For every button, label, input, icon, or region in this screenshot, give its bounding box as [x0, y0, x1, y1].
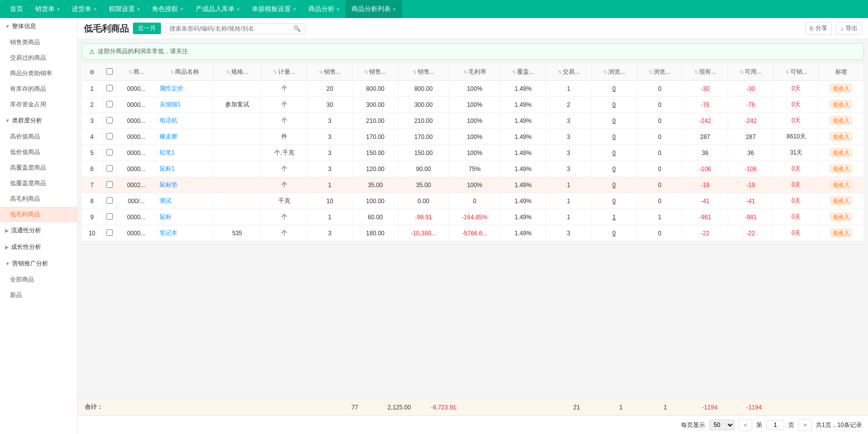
nav-close-icon[interactable]: × [336, 6, 339, 12]
row-views1[interactable]: 1 [591, 209, 637, 225]
row-checkbox[interactable] [102, 97, 116, 113]
row-checkbox[interactable] [102, 177, 116, 193]
row-name[interactable]: 电话机 [156, 113, 213, 129]
select-all-checkbox[interactable] [106, 68, 113, 75]
sidebar-item-有库存的商品[interactable]: 有库存的商品 [0, 81, 77, 97]
nav-close-icon[interactable]: × [393, 6, 396, 12]
row-tag[interactable]: 低收入 [819, 81, 863, 97]
col-tag[interactable]: 标签 [819, 64, 863, 81]
col-spec[interactable]: ⇅规格... [213, 64, 261, 81]
nav-item-商品分析[interactable]: 商品分析× [302, 0, 345, 18]
col-current-stock[interactable]: ⇅现有... [682, 64, 728, 81]
row-tag[interactable]: 低收入 [819, 113, 863, 129]
row-select-checkbox[interactable] [106, 197, 113, 204]
sidebar-section-成长性分析[interactable]: ▶成长性分析 [0, 239, 77, 255]
row-name[interactable]: 橡皮擦 [156, 129, 213, 145]
page-input[interactable] [766, 420, 784, 430]
nav-item-进货单[interactable]: 进货单× [66, 0, 102, 18]
row-tag[interactable]: 低收入 [819, 209, 863, 225]
row-select-checkbox[interactable] [106, 133, 113, 139]
sidebar-section-类群度分析[interactable]: ▼类群度分析 [0, 112, 77, 129]
search-input[interactable] [169, 25, 293, 32]
col-trade[interactable]: ⇅交易... [546, 64, 592, 81]
nav-close-icon[interactable]: × [180, 6, 183, 12]
row-checkbox[interactable] [102, 81, 116, 97]
sidebar-item-低覆盖度商品[interactable]: 低覆盖度商品 [0, 176, 77, 191]
row-select-checkbox[interactable] [106, 85, 113, 91]
sidebar-item-高价值商品[interactable]: 高价值商品 [0, 129, 77, 144]
nav-close-icon[interactable]: × [93, 6, 96, 12]
row-checkbox[interactable] [102, 129, 116, 145]
row-name[interactable]: 铅笔1 [156, 145, 213, 161]
nav-item-销货单[interactable]: 销货单× [29, 0, 66, 18]
row-tag[interactable]: 低收入 [819, 129, 863, 145]
row-tag[interactable]: 低收入 [819, 97, 863, 113]
row-views1[interactable]: 0 [591, 129, 637, 145]
col-sales-profit[interactable]: ⇅销售... [398, 64, 449, 81]
col-coverage[interactable]: ⇅覆盖... [500, 64, 546, 81]
col-views1[interactable]: ⇅浏览... [591, 64, 637, 81]
sidebar-item-高毛利商品[interactable]: 高毛利商品 [0, 191, 77, 207]
col-sales-amount[interactable]: ⇅销售... [353, 64, 398, 81]
row-select-checkbox[interactable] [106, 165, 113, 172]
row-views1[interactable]: 0 [591, 113, 637, 129]
sidebar-item-交易过的商品[interactable]: 交易过的商品 [0, 50, 77, 66]
col-settings[interactable]: ⚙ [82, 64, 102, 81]
col-checkbox[interactable] [102, 64, 116, 81]
row-views1[interactable]: 0 [591, 161, 637, 177]
row-name[interactable]: 鼠标1 [156, 161, 213, 177]
nav-item-权限设置[interactable]: 权限设置× [103, 0, 146, 18]
row-checkbox[interactable] [102, 225, 116, 241]
nav-item-单据模板设置[interactable]: 单据模板设置× [246, 0, 302, 18]
sidebar-item-销售类商品[interactable]: 销售类商品 [0, 35, 77, 50]
row-tag[interactable]: 低收入 [819, 225, 863, 241]
col-available-stock[interactable]: ⇅可用... [728, 64, 774, 81]
sidebar-item-库存资金占用[interactable]: 库存资金占用 [0, 97, 77, 112]
row-name[interactable]: 鼠标 [156, 209, 213, 225]
col-name[interactable]: ⇅商品名称 [156, 64, 213, 81]
col-code[interactable]: ⇅商... [116, 64, 156, 81]
nav-close-icon[interactable]: × [293, 6, 296, 12]
sidebar-section-整体信息[interactable]: ▼整体信息 [0, 18, 77, 35]
row-checkbox[interactable] [102, 145, 116, 161]
col-unit[interactable]: ⇅计量... [261, 64, 307, 81]
row-select-checkbox[interactable] [106, 229, 113, 236]
row-name[interactable]: 鼠标垫 [156, 177, 213, 193]
row-tag[interactable]: 低收入 [819, 145, 863, 161]
row-views1[interactable]: 0 [591, 225, 637, 241]
row-views1[interactable]: 0 [591, 97, 637, 113]
filter-button[interactable]: 近一月 [133, 23, 161, 34]
row-name[interactable]: 吴细细1 [156, 97, 213, 113]
page-size-select[interactable]: 50 20 100 [709, 419, 735, 430]
row-select-checkbox[interactable] [106, 213, 113, 220]
sidebar-section-流通性分析[interactable]: ▶流通性分析 [0, 222, 77, 239]
search-icon[interactable]: 🔍 [293, 25, 301, 32]
nav-item-角色授权[interactable]: 角色授权× [146, 0, 189, 18]
row-views1[interactable]: 0 [591, 81, 637, 97]
nav-close-icon[interactable]: × [137, 6, 140, 12]
row-select-checkbox[interactable] [106, 101, 113, 107]
nav-item-首页[interactable]: 首页 [4, 0, 29, 18]
row-views1[interactable]: 0 [591, 177, 637, 193]
col-sales-qty[interactable]: ⇅销售... [307, 64, 353, 81]
row-name[interactable]: 笔记本 [156, 225, 213, 241]
sidebar-item-低价值商品[interactable]: 低价值商品 [0, 144, 77, 160]
export-button[interactable]: ↓ 导出 [836, 22, 862, 35]
sidebar-item-全部商品[interactable]: 全部商品 [0, 272, 77, 287]
nav-close-icon[interactable]: × [237, 6, 240, 12]
sidebar-section-营销推广分析[interactable]: ▼营销推广分析 [0, 255, 77, 272]
row-checkbox[interactable] [102, 161, 116, 177]
sidebar-item-低毛利商品[interactable]: 低毛利商品 [0, 207, 77, 222]
row-views1[interactable]: 0 [591, 193, 637, 209]
row-views1[interactable]: 0 [591, 145, 637, 161]
sidebar-item-高覆盖度商品[interactable]: 高覆盖度商品 [0, 160, 77, 176]
row-tag[interactable]: 低收入 [819, 161, 863, 177]
sidebar-item-新品[interactable]: 新品 [0, 287, 77, 303]
row-tag[interactable]: 低收入 [819, 177, 863, 193]
col-saleable-days[interactable]: ⇅可销... [773, 64, 819, 81]
row-checkbox[interactable] [102, 193, 116, 209]
row-select-checkbox[interactable] [106, 149, 113, 156]
nav-item-商品分析列表[interactable]: 商品分析列表× [345, 0, 402, 18]
prev-page-button[interactable]: ＜ [739, 419, 752, 431]
row-checkbox[interactable] [102, 209, 116, 225]
